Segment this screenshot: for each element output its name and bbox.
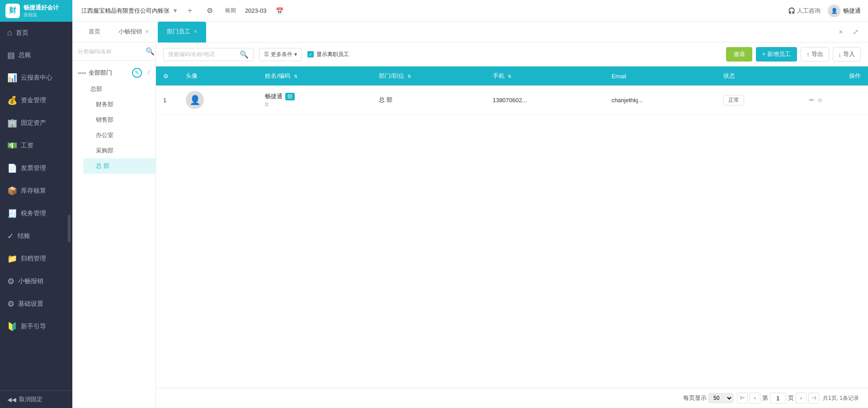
dept-node-purchase[interactable]: 采购部 <box>83 143 156 158</box>
all-dept-label: 全部部门 <box>89 69 112 77</box>
dept-node-general[interactable]: 总 部 <box>83 158 156 174</box>
import-icon: ↓ <box>839 51 842 58</box>
add-tab-button[interactable]: ＋ <box>184 5 196 17</box>
maximize-button[interactable]: ⤢ <box>850 27 861 38</box>
close-expense-tab-button[interactable]: × <box>146 28 149 35</box>
salary-icon: 💵 <box>7 141 17 151</box>
th-dept-position[interactable]: 部门/职位 ⇅ <box>372 66 486 85</box>
dept-node-sales[interactable]: 销售部 <box>83 112 156 128</box>
sort-phone-icon: ⇅ <box>508 74 511 79</box>
period-label: 账期 <box>225 7 236 14</box>
sort-dept-icon: ⇅ <box>407 74 411 79</box>
add-employee-button[interactable]: + 新增员工 <box>756 47 797 62</box>
user-info[interactable]: 👤 畅捷通 <box>828 5 861 17</box>
per-page-select: 每页显示 10 20 50 100 <box>683 393 733 403</box>
main-layout: ⌂ 首页 ▤ 总账 📊 云报表中心 💰 资金管理 🏢 固定资产 💵 工资 📄 发… <box>0 22 868 408</box>
settings-icon[interactable]: ⚙ <box>203 5 216 17</box>
sidebar-item-reports[interactable]: 📊 云报表中心 <box>0 66 72 89</box>
expense-icon: ⚙ <box>7 276 14 286</box>
unpin-button[interactable]: ◀◀ 取消固定 <box>0 390 72 408</box>
th-name-code[interactable]: 姓名/编码 ⇅ <box>258 66 372 85</box>
last-page-button[interactable]: ⊣ <box>808 393 819 403</box>
sidebar-item-assets[interactable]: 🏢 固定资产 <box>0 112 72 134</box>
th-settings[interactable]: ⚙ <box>156 66 179 85</box>
import-button[interactable]: ↓ 导入 <box>833 47 861 62</box>
logout-employee-button[interactable]: ⎋ <box>818 96 822 104</box>
table-header-row: ⚙ 头像 姓名/编码 ⇅ 部门/职位 <box>156 66 868 85</box>
per-page-dropdown[interactable]: 10 20 50 100 <box>708 393 733 403</box>
archive-icon: 📁 <box>7 254 17 264</box>
user-name: 畅捷通 <box>843 7 861 15</box>
sidebar-item-guide[interactable]: 🔰 新手引导 <box>0 315 72 338</box>
sidebar-item-expense[interactable]: ⚙ 小畅报销 <box>0 270 72 293</box>
all-departments-header[interactable]: ▪▪▪▪ 全部部门 ✎ 《 <box>72 64 156 81</box>
guide-icon: 🔰 <box>7 322 17 332</box>
th-email: Email <box>604 66 716 85</box>
sidebar-item-funds[interactable]: 💰 资金管理 <box>0 89 72 112</box>
close-tab-button[interactable]: × <box>835 27 846 38</box>
basic-icon: ⚙ <box>7 299 14 309</box>
employee-name: 畅捷通 <box>265 92 283 100</box>
toolbar-right: 邀请 + 新增员工 ↑ 导出 ↓ 导入 <box>726 47 861 62</box>
current-page-input[interactable] <box>770 393 786 403</box>
th-phone[interactable]: 手机 ⇅ <box>486 66 604 85</box>
search-icon[interactable]: 🔍 <box>240 50 249 59</box>
close-dept-emp-tab-button[interactable]: × <box>194 28 197 35</box>
row-actions: ✏ ⎋ <box>802 85 868 115</box>
sidebar-item-tax[interactable]: 🧾 税务管理 <box>0 202 72 225</box>
sidebar: ⌂ 首页 ▤ 总账 📊 云报表中心 💰 资金管理 🏢 固定资产 💵 工资 📄 发… <box>0 22 72 408</box>
chevron-down-icon: ▼ <box>172 7 178 14</box>
dept-search-input[interactable] <box>78 48 146 55</box>
edit-employee-button[interactable]: ✏ <box>809 96 815 104</box>
calendar-icon[interactable]: 📅 <box>276 7 283 14</box>
logo-text: 畅捷通好会计 旗舰版 <box>24 4 59 18</box>
sidebar-item-archive[interactable]: 📁 归档管理 <box>0 247 72 270</box>
sidebar-item-ledger[interactable]: ▤ 总账 <box>0 44 72 66</box>
search-icon[interactable]: 🔍 <box>146 47 155 56</box>
sidebar-item-salary[interactable]: 💵 工资 <box>0 134 72 157</box>
content-area: 首页 小畅报销 × 部门员工 × × ⤢ 🔍 <box>72 22 868 408</box>
scroll-indicator <box>68 215 71 242</box>
dept-node-finance[interactable]: 财务部 <box>83 97 156 112</box>
sidebar-item-settle[interactable]: ✓ 结账 <box>0 225 72 247</box>
person-icon: 👤 <box>189 95 201 105</box>
dept-group-zongbu: 总部 财务部 销售部 办公室 采购部 总 部 <box>72 81 156 174</box>
employee-table: ⚙ 头像 姓名/编码 ⇅ 部门/职位 <box>156 66 868 115</box>
header-actions: ＋ ⚙ 账期 2023-03 📅 <box>184 5 283 17</box>
tab-dept-emp[interactable]: 部门员工 × <box>158 22 206 43</box>
settle-icon: ✓ <box>7 231 14 241</box>
first-page-button[interactable]: ⊢ <box>737 393 748 403</box>
row-phone: 138070602... <box>486 85 604 115</box>
tax-icon: 🧾 <box>7 209 17 218</box>
employee-search-input[interactable] <box>168 51 237 57</box>
support-button[interactable]: 🎧 人工咨询 <box>788 7 821 15</box>
show-resigned-checkbox[interactable]: ✓ <box>307 51 314 57</box>
dept-node-office[interactable]: 办公室 <box>83 128 156 143</box>
sidebar-item-inventory[interactable]: 📦 库存核算 <box>0 180 72 202</box>
next-page-button[interactable]: › <box>796 393 807 403</box>
page-nav: ⊢ ‹ 第 页 › ⊣ <box>737 393 819 403</box>
dept-node-zongbu[interactable]: 总部 <box>78 81 156 97</box>
sidebar-item-home[interactable]: ⌂ 首页 <box>0 22 72 44</box>
show-resigned-toggle[interactable]: ✓ 显示离职员工 <box>307 51 349 58</box>
tab-home[interactable]: 首页 <box>80 22 109 43</box>
company-selector[interactable]: 江西服宝精品有限责任公司内账张 ▼ <box>81 7 178 15</box>
sidebar-item-invoice[interactable]: 📄 发票管理 <box>0 157 72 180</box>
page-label: 页 <box>788 394 794 402</box>
header-right: 🎧 人工咨询 👤 畅捷通 <box>788 5 861 17</box>
headset-icon: 🎧 <box>788 7 795 14</box>
sort-name-icon: ⇅ <box>294 74 297 79</box>
logo-area: 财 畅捷通好会计 旗舰版 <box>0 0 72 22</box>
company-name: 江西服宝精品有限责任公司内账张 <box>81 7 170 15</box>
show-resigned-label: 显示离职员工 <box>316 51 349 58</box>
sidebar-item-basic[interactable]: ⚙ 基础设置 <box>0 293 72 315</box>
total-info: 共1页, 1条记录 <box>823 394 859 402</box>
invite-button[interactable]: 邀请 <box>726 47 752 62</box>
tab-expense[interactable]: 小畅报销 × <box>109 22 158 43</box>
table-row: 1 👤 畅捷通 <box>156 85 868 115</box>
more-filter-button[interactable]: ☰ 更多条件 ▾ <box>259 48 302 61</box>
prev-page-button[interactable]: ‹ <box>750 393 760 403</box>
edit-dept-button[interactable]: ✎ <box>132 68 142 78</box>
export-button[interactable]: ↑ 导出 <box>801 47 829 62</box>
logo-icon: 财 <box>5 4 20 18</box>
